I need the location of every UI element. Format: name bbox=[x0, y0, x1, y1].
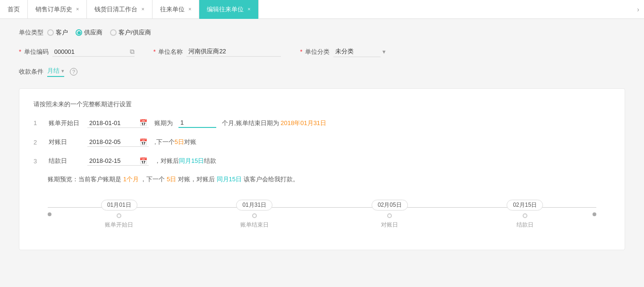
timeline-wrap: 01月01日 账单开始日 01月31日 账单结束日 02月05日 对账日 bbox=[34, 195, 610, 238]
radio-label-customer: 客户 bbox=[56, 28, 68, 37]
unit-category-value: 未分类 bbox=[333, 46, 381, 57]
unit-name-label: * 单位名称 bbox=[153, 48, 183, 56]
end-dot bbox=[593, 212, 596, 216]
tab-edit-label: 编辑往来单位 bbox=[207, 5, 244, 14]
tab-bar: 首页 销售订单历史 × 钱货日清工作台 × 往来单位 × 编辑往来单位 × › bbox=[0, 0, 644, 19]
date-reconcile-input[interactable] bbox=[87, 137, 139, 146]
timeline-desc-2: 账单结束日 bbox=[240, 221, 269, 229]
timeline-end-dot bbox=[593, 212, 596, 216]
date-payment-input[interactable] bbox=[87, 156, 139, 165]
date-input-reconcile: 📅 bbox=[87, 137, 149, 147]
preview-highlight-2: 5日 bbox=[167, 176, 176, 183]
tab-arrow[interactable]: › bbox=[632, 6, 644, 13]
timeline-label-3: 02月05日 bbox=[372, 200, 408, 211]
required-star: * bbox=[19, 48, 21, 55]
date-start-input[interactable] bbox=[87, 118, 139, 127]
close-icon[interactable]: × bbox=[141, 7, 144, 12]
period-field-label-3: 结款日 bbox=[49, 157, 82, 165]
period-highlight-1: 2018年01月31日 bbox=[280, 119, 326, 127]
period-desc-3: ，对账后同月15日结款 bbox=[154, 157, 216, 165]
preview-mid2: 对账，对账后 bbox=[178, 176, 215, 183]
help-icon[interactable]: ? bbox=[70, 68, 77, 76]
period-highlight-3: 同月15日 bbox=[179, 157, 204, 164]
timeline-node-1: 01月01日 账单开始日 bbox=[101, 200, 137, 229]
period-suffix-text-1: 个月,账单结束日期为 bbox=[222, 119, 279, 127]
month-input[interactable] bbox=[178, 118, 216, 127]
period-suffix-3: 结款 bbox=[204, 157, 216, 164]
period-suffix-2: 对账 bbox=[184, 138, 196, 145]
radio-label-supplier: 供应商 bbox=[84, 28, 102, 37]
period-highlight-2: 5日 bbox=[175, 138, 184, 145]
radio-supplier[interactable]: 供应商 bbox=[76, 28, 102, 37]
calendar-icon-2[interactable]: 📅 bbox=[139, 138, 147, 146]
unit-category-label-text: 单位分类 bbox=[305, 48, 330, 55]
timeline-dot-2 bbox=[252, 213, 257, 218]
tab-cash-work[interactable]: 钱货日清工作台 × bbox=[87, 0, 152, 19]
period-card-title: 请按照未来的一个完整帐期进行设置 bbox=[34, 100, 610, 109]
tab-partner-unit[interactable]: 往来单位 × bbox=[153, 0, 199, 19]
preview-prefix: 账期预览：当前客户账期是 bbox=[48, 176, 121, 183]
period-num-2: 2 bbox=[34, 139, 43, 146]
payment-condition-select[interactable]: 月结 ▾ bbox=[47, 67, 64, 77]
chevron-down-icon[interactable]: ▾ bbox=[382, 48, 386, 55]
unit-code-input[interactable] bbox=[52, 47, 128, 56]
period-field-label-2: 对账日 bbox=[49, 138, 82, 146]
unit-type-label: 单位类型 bbox=[19, 28, 43, 37]
unit-name-label-text: 单位名称 bbox=[158, 48, 183, 55]
unit-code-input-wrap: ⧉ bbox=[52, 47, 135, 57]
required-star-3: * bbox=[300, 48, 302, 55]
unit-code-field: * 单位编码 ⧉ bbox=[19, 47, 135, 57]
radio-customer[interactable]: 客户 bbox=[47, 28, 68, 37]
tab-partner-label: 往来单位 bbox=[160, 5, 185, 14]
calendar-icon-3[interactable]: 📅 bbox=[139, 157, 147, 165]
period-num-3: 3 bbox=[34, 158, 43, 165]
tab-sales-history[interactable]: 销售订单历史 × bbox=[28, 0, 87, 19]
payment-condition-label: 收款条件 bbox=[19, 68, 43, 76]
close-icon[interactable]: × bbox=[76, 7, 79, 12]
radio-circle-customer bbox=[47, 29, 54, 36]
timeline-label-2: 01月31日 bbox=[236, 200, 272, 211]
timeline-label-1: 01月01日 bbox=[101, 200, 137, 211]
close-icon[interactable]: × bbox=[188, 7, 191, 12]
period-field-label-1: 账单开始日 bbox=[49, 119, 82, 127]
period-desc-2: ,下一个5日对账 bbox=[154, 138, 196, 146]
tab-home-label: 首页 bbox=[8, 5, 20, 14]
preview-text: 账期预览：当前客户账期是 1个月 ，下一个 5日 对账，对账后 同月15日 该客… bbox=[34, 175, 610, 184]
timeline-label-4: 02月15日 bbox=[507, 200, 543, 211]
payment-condition-value: 月结 bbox=[47, 67, 59, 75]
copy-icon[interactable]: ⧉ bbox=[130, 48, 135, 56]
unit-category-select[interactable]: 未分类 ▾ bbox=[333, 46, 386, 57]
preview-suffix: 该客户会给我打款。 bbox=[244, 176, 299, 183]
timeline-node-3: 02月05日 对账日 bbox=[372, 200, 408, 229]
radio-circle-both bbox=[110, 29, 117, 36]
radio-circle-supplier bbox=[76, 29, 82, 36]
period-suffix-1: 个月,账单结束日期为 2018年01月31日 bbox=[222, 119, 326, 127]
unit-category-label: * 单位分类 bbox=[300, 48, 330, 56]
unit-name-input[interactable] bbox=[186, 47, 281, 57]
chevron-down-icon-payment[interactable]: ▾ bbox=[61, 68, 64, 74]
tab-cash-label: 钱货日清工作台 bbox=[94, 5, 137, 14]
period-row-2: 2 对账日 📅 ,下一个5日对账 bbox=[34, 137, 610, 147]
unit-name-field: * 单位名称 bbox=[153, 47, 281, 57]
timeline: 01月01日 账单开始日 01月31日 账单结束日 02月05日 对账日 bbox=[48, 200, 596, 229]
unit-category-field: * 单位分类 未分类 ▾ bbox=[300, 46, 386, 57]
period-card: 请按照未来的一个完整帐期进行设置 1 账单开始日 📅 账期为 个月,账单结束日期… bbox=[19, 88, 625, 250]
timeline-desc-3: 对账日 bbox=[381, 221, 398, 229]
tab-home[interactable]: 首页 bbox=[0, 0, 28, 19]
period-prefix-2: ,下一个 bbox=[154, 138, 175, 145]
period-for-text: 账期为 bbox=[154, 119, 173, 127]
unit-type-field: 单位类型 客户 供应商 客户/供应商 bbox=[19, 28, 151, 37]
close-icon[interactable]: × bbox=[247, 7, 250, 12]
period-row-3: 3 结款日 📅 ，对账后同月15日结款 bbox=[34, 156, 610, 166]
unit-info-row: * 单位编码 ⧉ * 单位名称 * 单位分类 未分类 ▾ bbox=[19, 46, 625, 57]
unit-type-row: 单位类型 客户 供应商 客户/供应商 bbox=[19, 28, 625, 37]
radio-both[interactable]: 客户/供应商 bbox=[110, 28, 151, 37]
date-input-start: 📅 bbox=[87, 118, 149, 128]
payment-condition-row: 收款条件 月结 ▾ ? bbox=[19, 67, 625, 77]
timeline-node-2: 01月31日 账单结束日 bbox=[236, 200, 272, 229]
tab-edit-partner[interactable]: 编辑往来单位 × bbox=[199, 0, 258, 19]
timeline-desc-4: 结款日 bbox=[517, 221, 534, 229]
timeline-dot-1 bbox=[117, 213, 121, 218]
calendar-icon-1[interactable]: 📅 bbox=[139, 119, 147, 127]
period-row-1: 1 账单开始日 📅 账期为 个月,账单结束日期为 2018年01月31日 bbox=[34, 118, 610, 128]
